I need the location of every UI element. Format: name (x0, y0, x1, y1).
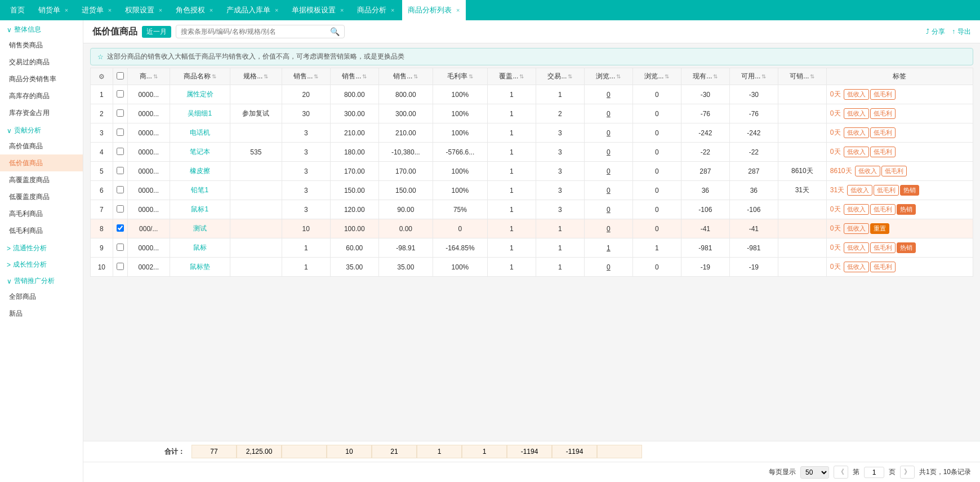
sidebar-group-contribution[interactable]: ∨ 贡献分析 (0, 121, 83, 138)
browse-link[interactable]: 0 (607, 148, 611, 156)
next-page-button[interactable]: 》 (900, 466, 915, 479)
row-checkbox[interactable] (117, 244, 124, 251)
row-name[interactable]: 电话机 (170, 123, 230, 143)
row-checkbox-cell[interactable] (113, 200, 127, 219)
browse-link[interactable]: 0 (607, 206, 611, 214)
nav-template[interactable]: 单据模板设置 × (286, 0, 349, 20)
sidebar-group-overall[interactable]: ∨ 整体信息 (0, 20, 83, 37)
row-name[interactable]: 属性定价 (170, 85, 230, 104)
row-checkbox-cell[interactable] (113, 219, 127, 238)
nav-product-analysis-list[interactable]: 商品分析列表 × (402, 0, 465, 20)
row-name[interactable]: 鼠标 (170, 238, 230, 258)
row-checkbox-cell[interactable] (113, 162, 127, 181)
date-range-tag[interactable]: 近一月 (142, 26, 171, 38)
row-checkbox-cell[interactable] (113, 123, 127, 143)
sidebar-item-low-margin[interactable]: 低毛利商品 (0, 222, 83, 239)
browse-link[interactable]: 0 (607, 263, 611, 271)
row-checkbox-cell[interactable] (113, 258, 127, 277)
browse-link[interactable]: 1 (607, 244, 611, 252)
search-input[interactable] (181, 28, 328, 36)
row-browse1[interactable]: 0 (584, 85, 632, 104)
row-checkbox[interactable] (117, 186, 124, 193)
row-name[interactable]: 橡皮擦 (170, 162, 230, 181)
share-button[interactable]: ⤴ 分享 (926, 27, 945, 37)
col-checkbox[interactable] (113, 68, 127, 85)
export-button[interactable]: ↑ 导出 (952, 27, 971, 37)
row-browse1[interactable]: 0 (584, 123, 632, 143)
row-checkbox[interactable] (117, 148, 124, 155)
row-stock3 (778, 104, 826, 123)
sidebar-item-low-value[interactable]: 低价值商品 (0, 154, 83, 171)
row-name[interactable]: 鼠标1 (170, 200, 230, 219)
per-page-select[interactable]: 50 100 (800, 466, 829, 479)
row-browse1[interactable]: 0 (584, 143, 632, 162)
row-browse1[interactable]: 0 (584, 162, 632, 181)
row-browse1[interactable]: 0 (584, 219, 632, 238)
row-checkbox-cell[interactable] (113, 104, 127, 123)
row-browse1[interactable]: 0 (584, 181, 632, 200)
nav-roles[interactable]: 角色授权 × (170, 0, 219, 20)
nav-purchase[interactable]: 进货单 × (76, 0, 117, 20)
first-page-button[interactable]: 《 (834, 466, 848, 479)
sidebar-item-high-value[interactable]: 高价值商品 (0, 138, 83, 154)
row-checkbox[interactable] (117, 205, 124, 213)
row-name[interactable]: 吴细细1 (170, 104, 230, 123)
row-browse1[interactable]: 0 (584, 200, 632, 219)
row-checkbox[interactable] (117, 90, 124, 98)
row-checkbox-cell[interactable] (113, 143, 127, 162)
row-checkbox[interactable] (117, 224, 124, 232)
page-number-input[interactable] (864, 467, 884, 478)
row-name[interactable]: 铅笔1 (170, 181, 230, 200)
close-icon[interactable]: × (210, 7, 213, 14)
close-icon[interactable]: × (65, 7, 68, 14)
row-name[interactable]: 笔记本 (170, 143, 230, 162)
row-checkbox[interactable] (117, 109, 124, 117)
close-icon[interactable]: × (108, 7, 112, 14)
row-checkbox[interactable] (117, 167, 124, 174)
sidebar-item-high-coverage[interactable]: 高覆盖度商品 (0, 171, 83, 188)
sidebar-group-growth[interactable]: > 成长性分析 (0, 255, 83, 272)
sidebar-item-traded[interactable]: 交易过的商品 (0, 54, 83, 70)
sidebar-item-all-goods[interactable]: 全部商品 (0, 288, 83, 305)
nav-home[interactable]: 首页 (5, 0, 30, 20)
browse-link[interactable]: 0 (607, 167, 611, 175)
row-checkbox[interactable] (117, 129, 124, 136)
close-icon[interactable]: × (340, 7, 344, 14)
select-all-checkbox[interactable] (117, 72, 124, 79)
close-icon[interactable]: × (275, 7, 278, 14)
sidebar-item-new-goods[interactable]: 新品 (0, 305, 83, 322)
browse-link[interactable]: 0 (607, 129, 611, 137)
browse-link[interactable]: 0 (607, 187, 611, 194)
row-checkbox[interactable] (117, 263, 124, 270)
nav-product-analysis[interactable]: 商品分析 × (351, 0, 400, 20)
browse-link[interactable]: 0 (607, 91, 611, 99)
nav-permissions[interactable]: 权限设置 × (119, 0, 168, 20)
close-icon[interactable]: × (456, 7, 460, 14)
row-checkbox-cell[interactable] (113, 85, 127, 104)
sidebar-item-high-stock[interactable]: 高库存的商品 (0, 87, 83, 104)
nav-sales[interactable]: 销货单 × (33, 0, 74, 20)
sidebar-item-category-rate[interactable]: 商品分类销售率 (0, 70, 83, 87)
col-settings[interactable]: ⚙ (91, 68, 113, 85)
row-name[interactable]: 鼠标垫 (170, 258, 230, 277)
sidebar-item-high-margin[interactable]: 高毛利商品 (0, 205, 83, 222)
col-browse1: 浏览...⇅ (584, 68, 632, 85)
row-num: 7 (91, 200, 113, 219)
sidebar-item-stock-capital[interactable]: 库存资金占用 (0, 104, 83, 121)
nav-warehouse[interactable]: 产成品入库单 × (221, 0, 284, 20)
close-icon[interactable]: × (391, 7, 394, 14)
browse-link[interactable]: 0 (607, 110, 611, 118)
sidebar-item-low-coverage[interactable]: 低覆盖度商品 (0, 188, 83, 205)
sidebar-group-liquidity[interactable]: > 流通性分析 (0, 239, 83, 255)
row-checkbox-cell[interactable] (113, 238, 127, 258)
row-browse1[interactable]: 0 (584, 258, 632, 277)
close-icon[interactable]: × (159, 7, 162, 14)
sidebar-item-sales-goods[interactable]: 销售类商品 (0, 37, 83, 54)
row-name[interactable]: 测试 (170, 219, 230, 238)
row-browse1[interactable]: 1 (584, 238, 632, 258)
sidebar-group-marketing[interactable]: ∨ 营销推广分析 (0, 272, 83, 288)
browse-link[interactable]: 0 (607, 225, 611, 233)
row-browse1[interactable]: 0 (584, 104, 632, 123)
search-icon[interactable]: 🔍 (330, 27, 340, 36)
row-checkbox-cell[interactable] (113, 181, 127, 200)
